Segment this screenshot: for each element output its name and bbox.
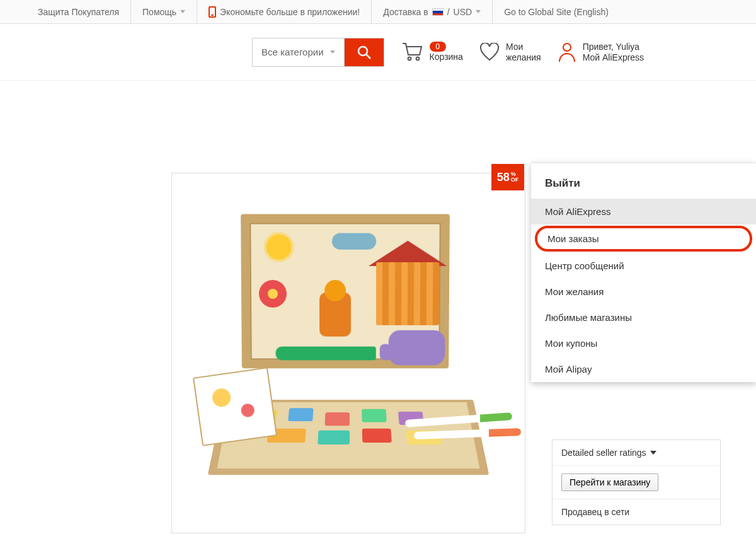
buyer-protection-link[interactable]: Защита Покупателя (0, 0, 131, 23)
seller-online-status: Продавец в сети (553, 499, 720, 525)
app-promo-label: Экономьте больше в приложении! (220, 7, 360, 17)
seller-info-panel: Detailed seller ratings Перейти к магази… (552, 439, 721, 525)
go-to-store-button[interactable]: Перейти к магазину (561, 473, 658, 491)
cart-icon (401, 41, 423, 63)
go-to-store-row: Перейти к магазину (553, 466, 720, 499)
category-select[interactable]: Все категории (253, 38, 345, 66)
account-label: Мой AliExpress (583, 52, 644, 63)
menu-my-coupons[interactable]: Мои купоны (531, 330, 756, 356)
top-utility-bar: Защита Покупателя Помощь Экономьте больш… (0, 0, 756, 24)
logout-link[interactable]: Выйти (531, 163, 756, 199)
discount-value: 58 (497, 171, 510, 184)
svg-point-3 (416, 57, 419, 61)
svg-point-0 (358, 47, 367, 55)
seller-ratings-label: Detailed seller ratings (561, 448, 646, 458)
help-label: Помощь (142, 7, 176, 17)
user-icon (558, 42, 576, 63)
svg-point-4 (563, 44, 571, 51)
search-bar: Все категории (252, 38, 384, 67)
chevron-down-icon (330, 50, 335, 54)
page-content: 58 %OF Выйти Мой AliExpress Мои заказы Ц… (0, 81, 756, 546)
account-menu-trigger[interactable]: Привет, Yuliya Мой AliExpress (558, 42, 650, 63)
discount-badge: 58 %OF (491, 164, 524, 190)
russia-flag-icon (432, 8, 444, 16)
currency-separator: / (447, 7, 450, 17)
global-site-link[interactable]: Go to Global Site (English) (493, 0, 620, 23)
seller-online-label: Продавец в сети (561, 507, 629, 517)
chevron-down-icon (180, 10, 185, 13)
menu-my-aliexpress[interactable]: Мой AliExpress (531, 199, 756, 224)
wishlist-link[interactable]: Мои желания (479, 42, 541, 63)
menu-fav-stores[interactable]: Любимые магазины (531, 305, 756, 330)
help-menu[interactable]: Помощь (131, 0, 197, 23)
search-icon (357, 45, 372, 60)
product-main-image[interactable] (171, 173, 525, 533)
ship-to-menu[interactable]: Доставка в / USD (372, 0, 493, 23)
category-select-label: Все категории (261, 47, 324, 57)
currency-label: USD (454, 7, 472, 17)
app-promo-link[interactable]: Экономьте больше в приложении! (197, 0, 372, 23)
menu-my-wishes[interactable]: Мои желания (531, 279, 756, 305)
chevron-down-icon (476, 10, 481, 13)
svg-line-1 (366, 54, 370, 59)
phone-icon (209, 6, 216, 18)
menu-message-center[interactable]: Центр сообщений (531, 253, 756, 279)
menu-my-orders[interactable]: Мои заказы (535, 226, 752, 252)
seller-ratings-toggle[interactable]: Detailed seller ratings (553, 440, 720, 466)
discount-suffix: %OF (511, 171, 519, 183)
main-header: Все категории 0 Корзина Мои желания Прив… (0, 24, 756, 81)
global-site-label: Go to Global Site (English) (504, 7, 609, 17)
menu-my-alipay[interactable]: Мой Alipay (531, 356, 756, 382)
ship-to-prefix: Доставка в (383, 7, 428, 17)
svg-point-2 (408, 57, 411, 61)
heart-icon (479, 43, 500, 62)
buyer-protection-label: Защита Покупателя (38, 7, 119, 17)
wishlist-label-line1: Мои (506, 42, 541, 52)
search-button[interactable] (345, 38, 384, 66)
triangle-down-icon (650, 451, 656, 455)
cart-count-badge: 0 (430, 42, 447, 52)
cart-link[interactable]: 0 Корзина (401, 41, 463, 63)
product-illustration (197, 208, 500, 498)
cart-label: Корзина (430, 52, 463, 62)
wishlist-label-line2: желания (506, 52, 541, 63)
account-greeting: Привет, Yuliya (583, 42, 644, 52)
account-dropdown: Выйти Мой AliExpress Мои заказы Центр со… (531, 163, 756, 382)
